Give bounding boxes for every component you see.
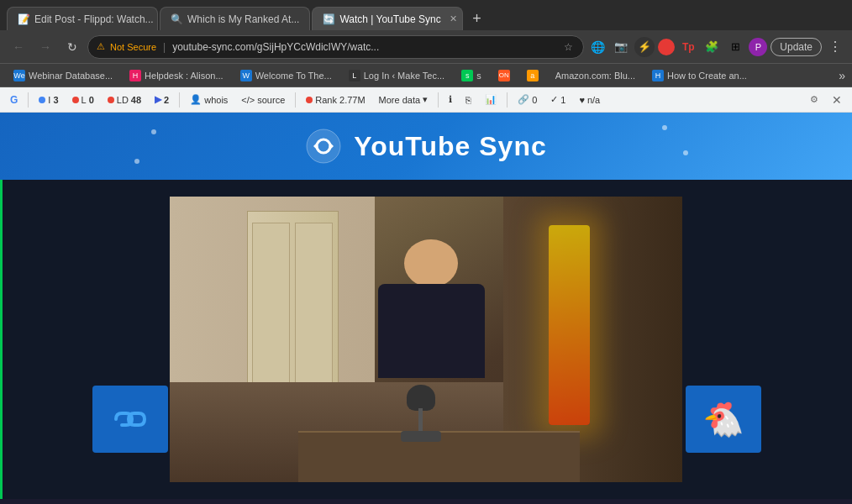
person-figure [365, 239, 498, 411]
chain-link-icon [109, 407, 151, 432]
seo-whois-item[interactable]: 👤 whois [187, 92, 231, 107]
tab-favicon-edit: 📝 [18, 13, 29, 25]
tab-favicon-ranked: 🔍 [171, 13, 182, 25]
address-separator: | [163, 41, 166, 53]
seo-divider-3 [295, 92, 296, 108]
update-button[interactable]: Update [770, 38, 822, 56]
bookmark-on[interactable]: ON [492, 68, 517, 83]
bookmark-howto[interactable]: H How to Create an... [645, 68, 754, 83]
refresh-button[interactable]: ↻ [60, 35, 84, 59]
sync-icon [305, 128, 342, 165]
ext-lightning-icon[interactable]: ⚡ [634, 37, 655, 57]
seo-ld-dot [108, 97, 114, 103]
seo-i-dot [39, 97, 45, 103]
tab-favicon-yt: 🔄 [323, 13, 334, 25]
seo-l-dot [72, 97, 79, 103]
seo-i-item[interactable]: I 3 [35, 93, 61, 107]
seo-rank-dot [306, 97, 313, 103]
ext-grid-icon[interactable]: ⊞ [725, 37, 745, 57]
browser-menu-button[interactable]: ⋮ [825, 39, 845, 55]
deco-dot-4 [683, 150, 688, 155]
video-scene [170, 197, 682, 482]
seo-divider-1 [28, 92, 29, 108]
seo-info-item[interactable]: ℹ [445, 92, 455, 107]
bookmarks-more-icon[interactable]: » [839, 69, 845, 82]
tab-youtube-sync[interactable]: 🔄 Watch | YouTube Sync ✕ [312, 7, 463, 30]
seo-pa-item[interactable]: ▶ 2 [151, 92, 172, 107]
address-bar[interactable]: ⚠ Not Secure | youtube-sync.com/gSijHpYC… [87, 35, 584, 59]
seo-divider-2 [179, 92, 180, 108]
seo-l-item[interactable]: L 0 [69, 93, 97, 107]
bookmark-amazon[interactable]: Amazon.com: Blu... [549, 69, 642, 82]
bookmark-favicon-login: L [349, 70, 360, 81]
person-body [378, 284, 485, 378]
bookmark-favicon-s: s [461, 70, 473, 81]
toolbar-extensions: 🌐 📷 ⚡ Tp 🧩 ⊞ P Update ⋮ [587, 37, 845, 57]
bookmark-webinar[interactable]: We Webinar Database... [7, 68, 119, 83]
tab-edit-post[interactable]: 📝 Edit Post - Flippd: Watch... [7, 7, 158, 30]
main-content-area: 🐔 [0, 180, 852, 499]
deco-dot-1 [151, 129, 156, 134]
security-icon: ⚠ [97, 41, 105, 52]
bookmark-favicon-on: ON [498, 70, 510, 81]
seo-heart-item[interactable]: ♥ n/a [576, 93, 603, 107]
new-tab-button[interactable]: + [465, 7, 488, 30]
seo-links-item[interactable]: 🔗 0 [514, 92, 540, 107]
seo-divider-4 [438, 92, 439, 108]
chicken-icon: 🐔 [702, 400, 744, 439]
tab-close-icon[interactable]: ✕ [450, 13, 457, 24]
deco-dot-2 [134, 159, 139, 164]
url-text: youtube-sync.com/gSijHpYCcWdicIWY/watc..… [172, 41, 556, 53]
navigation-toolbar: ← → ↻ ⚠ Not Secure | youtube-sync.com/gS… [0, 30, 852, 64]
bookmark-amazon-a[interactable]: a [520, 68, 545, 83]
seo-chart-item[interactable]: 📊 [481, 92, 500, 107]
bookmark-favicon-howto: H [652, 70, 664, 81]
seo-divider-5 [507, 92, 508, 108]
bookmark-helpdesk[interactable]: H Helpdesk : Alison... [123, 68, 230, 83]
seo-check-item[interactable]: ✓ 1 [547, 92, 569, 107]
room-lamp [549, 225, 590, 425]
seo-toolbar: G I 3 L 0 LD 48 ▶ 2 👤 whois </> sour [0, 87, 852, 113]
bookmark-login[interactable]: L Log In ‹ Make Tec... [342, 68, 451, 83]
seo-close-icon[interactable]: ✕ [828, 92, 845, 108]
deco-dot-3 [662, 125, 667, 130]
seo-pa-arrow: ▶ [155, 94, 161, 105]
mic-base [401, 431, 442, 443]
security-label: Not Secure [110, 42, 156, 52]
bookmark-favicon-welcome: W [240, 70, 252, 81]
seo-copy-item[interactable]: ⎘ [462, 93, 475, 107]
header-logo-group: YouTube Sync [305, 128, 547, 165]
ext-avatar-icon[interactable]: P [749, 38, 767, 56]
video-frame [170, 197, 682, 482]
video-container [170, 197, 682, 482]
bookmark-favicon-a: a [527, 70, 539, 81]
ext-camera-icon[interactable]: 📷 [611, 37, 631, 57]
ext-puzzle-icon[interactable]: 🧩 [702, 37, 722, 57]
bookmark-s[interactable]: s s [455, 68, 488, 83]
back-button[interactable]: ← [7, 35, 30, 59]
left-logo-box [92, 386, 168, 453]
bookmark-welcome[interactable]: W Welcome To The... [234, 68, 339, 83]
bookmark-favicon-helpdesk: H [129, 70, 141, 81]
seo-ld-item[interactable]: LD 48 [104, 93, 145, 107]
ext-tp-icon[interactable]: Tp [678, 37, 698, 57]
logo-icon-wrapper [305, 128, 342, 165]
ext-global-icon[interactable]: 🌐 [587, 37, 607, 57]
page-content: YouTube Sync [0, 113, 852, 499]
seo-source-item[interactable]: </> source [238, 93, 288, 107]
ext-red-dot-icon[interactable] [658, 39, 675, 55]
forward-button[interactable]: → [34, 35, 57, 59]
tab-ranked[interactable]: 🔍 Which is My Ranked At... [160, 7, 310, 30]
bookmark-star-icon[interactable]: ☆ [561, 40, 575, 54]
seo-g-icon[interactable]: G [7, 92, 21, 108]
right-logo-box: 🐔 [686, 386, 761, 453]
seo-settings-icon[interactable]: ⚙ [807, 92, 822, 107]
browser-chrome: 📝 Edit Post - Flippd: Watch... 🔍 Which i… [0, 0, 852, 113]
seo-more-data-item[interactable]: More data ▾ [376, 92, 432, 107]
site-title: YouTube Sync [354, 131, 547, 162]
person-head [404, 239, 457, 287]
svg-point-0 [307, 129, 340, 163]
site-header: YouTube Sync [0, 113, 852, 180]
bookmark-favicon-webinar: We [13, 70, 25, 81]
seo-rank-item[interactable]: Rank 2.77M [302, 93, 368, 107]
